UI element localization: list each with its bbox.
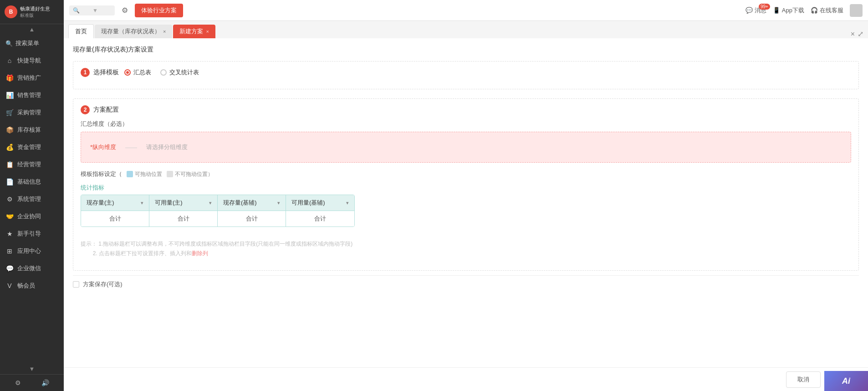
stats-col-0-label: 现存量(主) [87, 199, 114, 207]
search-icon: 🔍 [5, 40, 13, 47]
legend-non-draggable-box [167, 171, 173, 177]
stats-cell-2: 合计 [218, 211, 286, 226]
stats-col-1[interactable]: 可用量(主) ▾ [149, 195, 218, 211]
sidebar-search[interactable]: 🔍 搜索菜单 [0, 35, 64, 52]
stats-col-3[interactable]: 可用量(基辅) ▾ [286, 195, 354, 211]
stats-section: 统计指标 现存量(主) ▾ 可用量(主) ▾ 现存量(基辅) [81, 184, 851, 228]
dimension-field-label: 汇总维度（必选） [81, 120, 851, 128]
dimension-placeholder: 请选择分组维度 [146, 143, 188, 151]
basic-info-icon: 📄 [5, 178, 14, 186]
content-area: 现存量(库存状况表)方案设置 1 选择模板 汇总表 交叉统计表 [64, 38, 868, 367]
save-option-label: 方案保存(可选) [83, 280, 123, 288]
finance-icon: 💰 [5, 143, 14, 151]
sidebar-item-purchase-label: 采购管理 [17, 108, 41, 117]
sidebar-item-app-center[interactable]: ⊞ 应用中心 [0, 242, 64, 260]
close-panel-icon[interactable]: × [851, 30, 855, 38]
topbar: 🔍 ▼ ⚙ 体验行业方案 💬 消息 99+ 📱 App下载 🎧 在线客服 [64, 0, 868, 21]
user-avatar[interactable] [850, 4, 863, 17]
stats-cell-1: 合计 [149, 211, 218, 226]
message-icon: 💬 [745, 7, 753, 14]
tip-delete-link[interactable]: 删除列 [192, 250, 208, 257]
sidebar-scroll-up[interactable]: ▲ [0, 24, 64, 35]
tab-home-label: 首页 [75, 27, 87, 36]
sidebar-item-vip[interactable]: V 畅会员 [0, 277, 64, 294]
sidebar-item-sales[interactable]: 📊 销售管理 [0, 87, 64, 104]
sidebar-item-inventory[interactable]: 📦 库存核算 [0, 121, 64, 139]
stats-table-body: 合计 合计 合计 合计 [81, 211, 354, 226]
app-download-label: App下载 [782, 6, 804, 15]
sidebar-search-label: 搜索菜单 [15, 39, 39, 47]
settings-bottom-icon[interactable]: ⚙ [15, 379, 21, 386]
message-item[interactable]: 💬 消息 99+ [745, 6, 766, 15]
newbie-icon: ★ [5, 230, 14, 238]
sidebar-item-newbie-label: 新手引导 [17, 230, 41, 238]
tab-home[interactable]: 首页 [68, 24, 94, 38]
sidebar-item-marketing-label: 营销推广 [17, 74, 41, 82]
logo-sub: 标准版 [20, 12, 50, 18]
save-checkbox[interactable] [73, 281, 79, 288]
tab-inventory-close-icon[interactable]: × [163, 29, 166, 34]
search-icon: 🔍 [73, 7, 80, 14]
dropdown-icon: ▼ [92, 7, 98, 14]
chevron-2-icon: ▾ [277, 200, 280, 206]
legend-draggable: 可拖动位置 [127, 170, 162, 178]
sidebar-item-wechat[interactable]: 💬 企业微信 [0, 260, 64, 277]
tips-section: 提示： 1.拖动标题栏可以调整布局，不可跨维度或指标区域拖动栏目字段(只能在同一… [81, 236, 851, 264]
sidebar-item-enterprise-label: 企业协同 [17, 212, 41, 221]
radio-summary[interactable]: 汇总表 [124, 68, 151, 77]
cancel-button[interactable]: 取消 [786, 371, 821, 388]
sidebar-item-finance-label: 资金管理 [17, 143, 41, 151]
sidebar-item-basic-info-label: 基础信息 [17, 178, 41, 186]
expand-panel-icon[interactable]: ⤢ [858, 30, 863, 38]
ai-badge[interactable]: Ai [824, 371, 868, 391]
radio-cross-circle [160, 69, 167, 76]
sidebar-item-finance[interactable]: 💰 资金管理 [0, 139, 64, 156]
sidebar-item-quick-nav-label: 快捷导航 [17, 57, 41, 65]
sidebar-item-newbie[interactable]: ★ 新手引导 [0, 225, 64, 242]
tab-new-plan-close-icon[interactable]: × [206, 29, 209, 34]
dimension-area[interactable]: *纵向维度 —— 请选择分组维度 [81, 132, 851, 163]
operations-icon: 📋 [5, 160, 14, 169]
sidebar-item-marketing[interactable]: 🎁 营销推广 [0, 69, 64, 87]
legend-non-draggable: 不可拖动位置） [167, 170, 213, 178]
radio-cross[interactable]: 交叉统计表 [160, 68, 199, 77]
sidebar-logo: B 畅康通好生意 标准版 [0, 0, 64, 24]
sidebar-item-app-center-label: 应用中心 [17, 247, 41, 255]
sidebar-item-system-label: 系统管理 [17, 195, 41, 203]
indicator-label-text: 模板指标设定（ [81, 170, 122, 178]
stats-section-label: 统计指标 [81, 184, 851, 192]
sidebar-item-system[interactable]: ⚙ 系统管理 [0, 190, 64, 208]
stats-table: 现存量(主) ▾ 可用量(主) ▾ 现存量(基辅) ▾ 可用量(基辅) [81, 195, 355, 227]
radio-summary-label: 汇总表 [133, 68, 151, 77]
topbar-settings-icon[interactable]: ⚙ [118, 4, 131, 17]
sidebar-item-wechat-label: 企业微信 [17, 264, 41, 273]
section2-header: 2 方案配置 [81, 105, 851, 114]
chevron-1-icon: ▾ [209, 200, 212, 206]
tab-new-plan[interactable]: 新建方案 × [173, 25, 215, 38]
sidebar-item-quick-nav[interactable]: ⌂ 快捷导航 [0, 52, 64, 69]
sidebar-item-operations[interactable]: 📋 经营管理 [0, 156, 64, 173]
tab-inventory-status[interactable]: 现存量（库存状况表） × [95, 25, 172, 38]
trial-button[interactable]: 体验行业方案 [135, 4, 183, 17]
sidebar-item-operations-label: 经营管理 [17, 160, 41, 169]
section2-title: 方案配置 [93, 106, 119, 114]
speaker-icon[interactable]: 🔊 [41, 379, 49, 386]
tab-panel-controls: × ⤢ [851, 30, 863, 38]
stats-col-2[interactable]: 现存量(基辅) ▾ [218, 195, 286, 211]
chevron-3-icon: ▾ [346, 200, 349, 206]
sidebar-item-basic-info[interactable]: 📄 基础信息 [0, 173, 64, 190]
sidebar-scroll-down[interactable]: ▼ [0, 364, 64, 374]
online-service-item[interactable]: 🎧 在线客服 [811, 6, 843, 15]
sidebar-item-enterprise[interactable]: 🤝 企业协同 [0, 208, 64, 225]
app-download-item[interactable]: 📱 App下载 [773, 6, 804, 15]
indicator-settings: 模板指标设定（ 可拖动位置 不可拖动位置） [81, 170, 851, 178]
stats-col-0[interactable]: 现存量(主) ▾ [81, 195, 149, 211]
legend-draggable-box [127, 171, 133, 177]
footer: 取消 查询 [64, 367, 868, 391]
sidebar-item-purchase[interactable]: 🛒 采购管理 [0, 104, 64, 121]
sales-icon: 📊 [5, 91, 14, 99]
stats-col-2-label: 现存量(基辅) [223, 199, 257, 207]
wechat-icon: 💬 [5, 264, 14, 273]
tip-line-1: 2. 点击标题栏下拉可设置排序、插入列和删除列 [81, 250, 851, 257]
topbar-search-box[interactable]: 🔍 ▼ [69, 5, 115, 15]
